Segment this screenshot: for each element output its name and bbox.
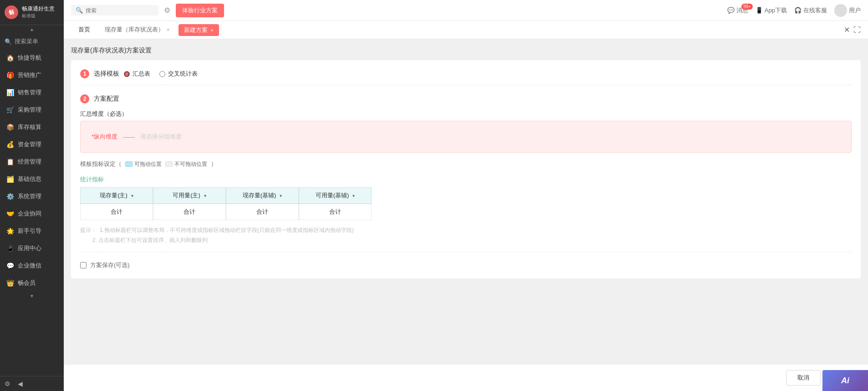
avatar xyxy=(834,4,847,17)
tab-new-close-icon[interactable]: × xyxy=(210,27,213,33)
step2-section: 2 方案配置 汇总维度（必选） *纵向维度 —— 请选择分组维度 模板指标设定（ xyxy=(80,94,852,252)
tip2: 2. 点击标题栏下拉可设置排序、插入列和删除列 xyxy=(80,236,852,246)
tips-section: 提示： 1.拖动标题栏可以调整布局，不可跨维度或指标区域拖动栏目字段(只能在同一… xyxy=(80,226,852,245)
sidebar-item-cooperation[interactable]: 🤝 企业协同 xyxy=(0,205,64,222)
sidebar-logo: 畅 畅康通好生意 标准版 xyxy=(0,0,64,25)
stats-section-label: 统计指标 xyxy=(80,175,852,184)
collapse-icon[interactable]: ◀ xyxy=(18,380,23,387)
message-badge: 99+ xyxy=(741,4,753,10)
experience-btn[interactable]: 体验行业方案 xyxy=(176,4,224,17)
chevron-down-icon-2: ▾ xyxy=(280,193,282,198)
stats-section: 统计指标 现存量(主) ▾ 可用量(主) ▾ xyxy=(80,175,852,220)
logo-icon: 畅 xyxy=(5,5,18,19)
chevron-down-icon-3: ▾ xyxy=(352,193,355,198)
sidebar-scroll-up[interactable]: ▲ xyxy=(0,25,64,34)
step1-title: 选择模板 xyxy=(94,70,119,78)
wechat-icon: 💬 xyxy=(6,262,14,270)
step1-number: 1 xyxy=(80,69,89,78)
stats-col-body-3: 合计 xyxy=(299,204,372,220)
user-menu-btn[interactable]: 用户 xyxy=(834,4,861,17)
sales-icon: 📊 xyxy=(6,88,14,97)
app-download-btn[interactable]: 📱 App下载 xyxy=(756,6,787,15)
sidebar-bottom: ⚙ ◀ xyxy=(0,376,64,391)
operation-icon: 📋 xyxy=(6,158,14,166)
tab-home[interactable]: 首页 xyxy=(71,21,97,39)
search-icon: 🔍 xyxy=(5,38,12,45)
main-area: 🔍 ⚙ 体验行业方案 💬 消息 99+ 📱 App下载 🎧 在线客服 用户 xyxy=(64,0,868,391)
base-info-icon: 🗂️ xyxy=(6,175,14,183)
save-option: 方案保存(可选) xyxy=(80,261,852,269)
tab-fullscreen-btn[interactable]: ⛶ xyxy=(853,26,861,34)
sidebar-item-finance[interactable]: 💰 资金管理 xyxy=(0,136,64,153)
marketing-icon: 🎁 xyxy=(6,71,14,79)
radio-summary[interactable]: 汇总表 xyxy=(124,70,150,78)
tabs-right-controls: ✕ ⛶ xyxy=(844,26,861,34)
message-btn[interactable]: 💬 消息 99+ xyxy=(727,6,748,15)
stats-col-body-2: 合计 xyxy=(226,204,299,220)
sidebar-item-marketing[interactable]: 🎁 营销推广 xyxy=(0,67,64,84)
new-guide-icon: 🌟 xyxy=(6,227,14,235)
tab-inventory-close-icon[interactable]: × xyxy=(167,27,169,32)
save-checkbox[interactable] xyxy=(80,262,87,268)
cooperation-icon: 🤝 xyxy=(6,210,14,218)
sidebar-item-purchase[interactable]: 🛒 采购管理 xyxy=(0,101,64,118)
system-icon: ⚙️ xyxy=(6,192,14,201)
step1-section: 1 选择模板 汇总表 交叉统计表 xyxy=(80,69,852,85)
sidebar-item-sales[interactable]: 📊 销售管理 xyxy=(0,84,64,101)
sidebar-item-wechat[interactable]: 💬 企业微信 xyxy=(0,257,64,274)
app-center-icon: 📱 xyxy=(6,244,14,252)
inventory-icon: 📦 xyxy=(6,123,14,131)
topbar-search-input[interactable] xyxy=(86,7,154,14)
dimension-selection-area[interactable]: *纵向维度 —— 请选择分组维度 xyxy=(80,121,852,153)
logo-text: 畅康通好生意 标准版 xyxy=(22,5,55,19)
stats-body-row: 合计 合计 合计 合计 xyxy=(80,204,852,220)
tab-close-btn[interactable]: ✕ xyxy=(844,26,850,34)
chevron-down-icon-0: ▾ xyxy=(131,193,133,198)
tip1: 提示： 1.拖动标题栏可以调整布局，不可跨维度或指标区域拖动栏目字段(只能在同一… xyxy=(80,226,852,236)
mobile-icon: 📱 xyxy=(756,7,763,14)
step2-divider xyxy=(80,252,852,252)
unmovable-legend-box xyxy=(165,161,173,167)
online-service-btn[interactable]: 🎧 在线客服 xyxy=(794,6,827,15)
sidebar: 畅 畅康通好生意 标准版 ▲ 🔍 搜索菜单 🏠 快捷导航 🎁 营销推广 📊 销售… xyxy=(0,0,64,391)
sidebar-search[interactable]: 🔍 搜索菜单 xyxy=(0,34,64,49)
topbar: 🔍 ⚙ 体验行业方案 💬 消息 99+ 📱 App下载 🎧 在线客服 用户 xyxy=(64,0,868,21)
quick-nav-icon: 🏠 xyxy=(6,54,14,62)
stats-col-body-1: 合计 xyxy=(153,204,226,220)
tabs-bar: 首页 现存量（库存状况表） × 新建方案 × ✕ ⛶ xyxy=(64,21,868,39)
topbar-search-icon: 🔍 xyxy=(76,7,83,14)
sidebar-item-quick-nav[interactable]: 🏠 快捷导航 xyxy=(0,49,64,67)
sidebar-item-new-guide[interactable]: 🌟 新手引导 xyxy=(0,222,64,240)
scheme-settings-card: 1 选择模板 汇总表 交叉统计表 xyxy=(71,60,861,278)
ai-floating-btn[interactable]: Ai xyxy=(822,370,868,391)
footer-bar: 取消 查询 xyxy=(64,364,868,391)
stats-col-header-3[interactable]: 可用量(基辅) ▾ xyxy=(299,187,372,204)
sidebar-item-system[interactable]: ⚙️ 系统管理 xyxy=(0,188,64,205)
stats-col-header-0[interactable]: 现存量(主) ▾ xyxy=(80,187,153,204)
settings-icon[interactable]: ⚙ xyxy=(5,380,10,387)
tab-new-scheme[interactable]: 新建方案 × xyxy=(179,24,219,36)
stats-col-header-2[interactable]: 现存量(基辅) ▾ xyxy=(226,187,299,204)
cancel-button[interactable]: 取消 xyxy=(786,370,821,386)
stats-col-header-1[interactable]: 可用量(主) ▾ xyxy=(153,187,226,204)
vip-icon: 👑 xyxy=(6,279,14,287)
stats-col-body-0: 合计 xyxy=(80,204,153,220)
chevron-down-icon-1: ▾ xyxy=(204,193,206,198)
sidebar-item-inventory[interactable]: 📦 库存核算 xyxy=(0,118,64,136)
sidebar-item-base-info[interactable]: 🗂️ 基础信息 xyxy=(0,170,64,188)
step2-header: 2 方案配置 xyxy=(80,94,852,103)
topbar-search-box[interactable]: 🔍 xyxy=(71,5,158,15)
sidebar-item-app-center[interactable]: 📱 应用中心 xyxy=(0,240,64,257)
tab-inventory-status[interactable]: 现存量（库存状况表） × xyxy=(97,21,177,39)
settings-gear-icon[interactable]: ⚙ xyxy=(164,6,170,15)
sidebar-scroll-down[interactable]: ▼ xyxy=(0,292,64,300)
step2-title: 方案配置 xyxy=(94,95,119,103)
sidebar-item-operation[interactable]: 📋 经营管理 xyxy=(0,153,64,170)
message-icon: 💬 xyxy=(727,7,735,14)
legend-unmovable: 不可拖动位置 xyxy=(165,160,207,168)
purchase-icon: 🛒 xyxy=(6,106,14,114)
step2-number: 2 xyxy=(80,94,89,103)
radio-cross[interactable]: 交叉统计表 xyxy=(159,70,198,78)
topbar-right: 💬 消息 99+ 📱 App下载 🎧 在线客服 用户 xyxy=(727,4,861,17)
sidebar-item-vip[interactable]: 👑 畅会员 xyxy=(0,274,64,292)
